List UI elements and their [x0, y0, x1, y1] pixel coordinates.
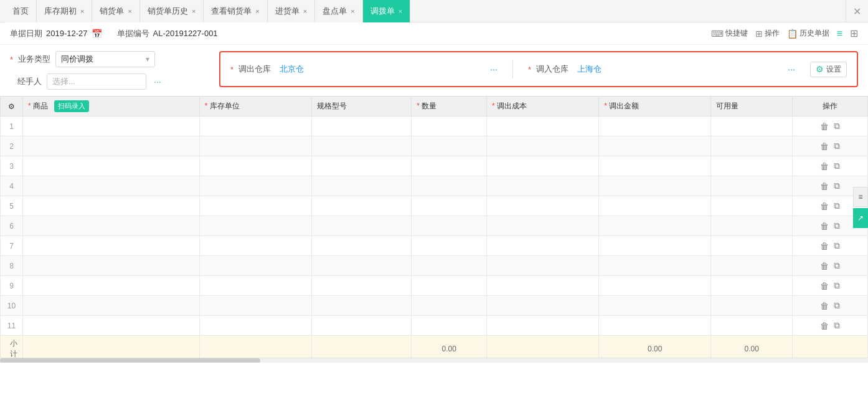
spec-cell[interactable]: [311, 156, 411, 176]
available-cell[interactable]: [711, 196, 793, 216]
calendar-icon[interactable]: 📅: [92, 29, 102, 39]
cost-cell[interactable]: [487, 296, 599, 316]
copy-row-button[interactable]: ⧉: [834, 280, 840, 291]
qty-cell[interactable]: [412, 156, 487, 176]
spec-cell[interactable]: [311, 276, 411, 296]
available-cell[interactable]: [711, 136, 793, 156]
amount-cell[interactable]: [599, 156, 711, 176]
available-cell[interactable]: [711, 236, 793, 256]
product-cell[interactable]: [23, 136, 200, 156]
tab-close-inventory-init[interactable]: ×: [80, 7, 84, 15]
tab-sales-order[interactable]: 销货单×: [92, 0, 139, 22]
operation-button[interactable]: ⊞ 操作: [755, 28, 780, 39]
amount-cell[interactable]: [599, 276, 711, 296]
delete-row-button[interactable]: 🗑: [820, 161, 829, 171]
tab-inventory-init[interactable]: 库存期初×: [37, 0, 92, 22]
qty-cell[interactable]: [412, 236, 487, 256]
copy-row-button[interactable]: ⧉: [834, 260, 840, 271]
copy-row-button[interactable]: ⧉: [834, 121, 840, 131]
amount-cell[interactable]: [599, 196, 711, 216]
spec-cell[interactable]: [311, 316, 411, 336]
history-button[interactable]: 📋 历史单据: [787, 28, 829, 39]
delete-row-button[interactable]: 🗑: [820, 321, 829, 331]
unit-cell[interactable]: [199, 156, 311, 176]
cost-cell[interactable]: [487, 216, 599, 236]
tab-close-purchase-order[interactable]: ×: [303, 7, 307, 15]
amount-cell[interactable]: [599, 117, 711, 136]
product-cell[interactable]: [23, 156, 200, 176]
available-cell[interactable]: [711, 176, 793, 196]
cost-cell[interactable]: [487, 256, 599, 276]
qty-cell[interactable]: [412, 196, 487, 216]
available-cell[interactable]: [711, 276, 793, 296]
available-cell[interactable]: [711, 316, 793, 336]
unit-cell[interactable]: [199, 216, 311, 236]
spec-cell[interactable]: [311, 136, 411, 156]
available-cell[interactable]: [711, 216, 793, 236]
copy-row-button[interactable]: ⧉: [834, 161, 840, 171]
qty-cell[interactable]: [412, 176, 487, 196]
unit-cell[interactable]: [199, 276, 311, 296]
delete-row-button[interactable]: 🗑: [820, 121, 829, 131]
available-cell[interactable]: [711, 256, 793, 276]
unit-cell[interactable]: [199, 117, 311, 136]
product-cell[interactable]: [23, 316, 200, 336]
float-expand-button[interactable]: ↗: [853, 208, 868, 228]
qty-cell[interactable]: [412, 316, 487, 336]
copy-row-button[interactable]: ⧉: [834, 181, 840, 191]
business-type-select[interactable]: 同价调拨 ▾: [55, 51, 155, 67]
list-view-button[interactable]: ≡: [837, 28, 842, 39]
handler-more-icon[interactable]: ···: [154, 77, 161, 87]
copy-row-button[interactable]: ⧉: [834, 201, 840, 211]
unit-cell[interactable]: [199, 236, 311, 256]
unit-cell[interactable]: [199, 176, 311, 196]
spec-cell[interactable]: [311, 117, 411, 136]
grid-view-button[interactable]: ⊞: [850, 27, 858, 39]
spec-cell[interactable]: [311, 296, 411, 316]
spec-cell[interactable]: [311, 236, 411, 256]
delete-row-button[interactable]: 🗑: [820, 261, 829, 271]
product-cell[interactable]: [23, 296, 200, 316]
tab-close-sales-order[interactable]: ×: [128, 7, 131, 15]
delete-row-button[interactable]: 🗑: [820, 281, 829, 291]
unit-cell[interactable]: [199, 196, 311, 216]
delete-row-button[interactable]: 🗑: [820, 201, 829, 211]
unit-cell[interactable]: [199, 136, 311, 156]
amount-cell[interactable]: [599, 176, 711, 196]
product-cell[interactable]: [23, 117, 200, 136]
cost-cell[interactable]: [487, 236, 599, 256]
unit-cell[interactable]: [199, 316, 311, 336]
product-cell[interactable]: [23, 176, 200, 196]
delete-row-button[interactable]: 🗑: [820, 221, 829, 231]
qty-cell[interactable]: [412, 136, 487, 156]
qty-cell[interactable]: [412, 117, 487, 136]
spec-cell[interactable]: [311, 256, 411, 276]
window-close-button[interactable]: ✕: [846, 0, 868, 22]
cost-cell[interactable]: [487, 196, 599, 216]
amount-cell[interactable]: [599, 136, 711, 156]
tab-transfer-order[interactable]: 调拨单×: [363, 0, 410, 22]
tab-inventory-count[interactable]: 盘点单×: [315, 0, 362, 22]
shortcut-button[interactable]: ⌨ 快捷键: [711, 28, 748, 39]
cost-cell[interactable]: [487, 176, 599, 196]
copy-row-button[interactable]: ⧉: [834, 141, 840, 151]
cost-cell[interactable]: [487, 276, 599, 296]
qty-cell[interactable]: [412, 256, 487, 276]
amount-cell[interactable]: [599, 316, 711, 336]
horizontal-scrollbar[interactable]: [0, 358, 868, 363]
float-list-button[interactable]: ≡: [853, 187, 868, 207]
amount-cell[interactable]: [599, 256, 711, 276]
product-cell[interactable]: [23, 276, 200, 296]
tab-close-transfer-order[interactable]: ×: [399, 7, 402, 15]
delete-row-button[interactable]: 🗑: [820, 241, 829, 251]
qty-cell[interactable]: [412, 296, 487, 316]
available-cell[interactable]: [711, 296, 793, 316]
copy-row-button[interactable]: ⧉: [834, 221, 840, 231]
tab-close-view-sales[interactable]: ×: [255, 7, 259, 15]
tab-close-inventory-count[interactable]: ×: [351, 7, 354, 15]
amount-cell[interactable]: [599, 236, 711, 256]
product-cell[interactable]: [23, 196, 200, 216]
available-cell[interactable]: [711, 117, 793, 136]
delete-row-button[interactable]: 🗑: [820, 301, 829, 311]
unit-cell[interactable]: [199, 256, 311, 276]
